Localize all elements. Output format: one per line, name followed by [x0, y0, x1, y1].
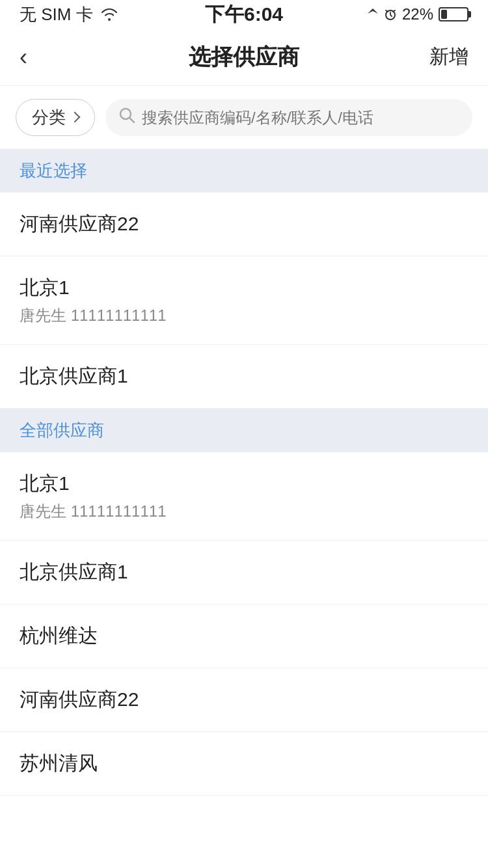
- search-box[interactable]: [105, 99, 472, 136]
- list-item-a3[interactable]: 杭州维达: [0, 604, 488, 668]
- search-input[interactable]: [142, 109, 459, 127]
- item-contact-r2: 唐先生 11111111111: [20, 305, 468, 326]
- page-title: 选择供应商: [189, 42, 299, 72]
- section-header-all: 全部供应商: [0, 409, 488, 452]
- list-item-a1[interactable]: 北京1唐先生 11111111111: [0, 452, 488, 541]
- list-item-a2[interactable]: 北京供应商1: [0, 541, 488, 604]
- item-name-a4: 河南供应商22: [20, 686, 468, 713]
- nav-bar: ‹ 选择供应商 新增: [0, 29, 488, 86]
- no-sim-label: 无 SIM 卡: [20, 3, 93, 26]
- alarm-icon: [384, 8, 397, 21]
- item-name-a2: 北京供应商1: [20, 559, 468, 586]
- item-name-r1: 河南供应商22: [20, 211, 468, 237]
- section-header-recent: 最近选择: [0, 149, 488, 193]
- item-name-a1: 北京1: [20, 470, 468, 497]
- list-item-a5[interactable]: 苏州清风: [0, 732, 488, 796]
- battery-percentage: 22%: [402, 5, 433, 23]
- battery-icon: [439, 7, 468, 21]
- list-item-a4[interactable]: 河南供应商22: [0, 668, 488, 732]
- wifi-icon: [100, 7, 119, 21]
- add-button[interactable]: 新增: [429, 44, 468, 70]
- status-time: 下午6:04: [205, 1, 283, 28]
- status-bar: 无 SIM 卡 下午6:04 22%: [0, 0, 488, 29]
- filter-bar: 分类: [0, 86, 488, 149]
- item-name-r2: 北京1: [20, 275, 468, 301]
- item-name-r3: 北京供应商1: [20, 363, 468, 390]
- category-button[interactable]: 分类: [16, 99, 95, 136]
- list-item-r1[interactable]: 河南供应商22: [0, 193, 488, 256]
- list-container: 最近选择河南供应商22北京1唐先生 11111111111北京供应商1全部供应商…: [0, 149, 488, 796]
- status-right: 22%: [367, 5, 468, 23]
- section-header-text-all: 全部供应商: [20, 420, 104, 440]
- item-name-a3: 杭州维达: [20, 623, 468, 649]
- list-item-r2[interactable]: 北京1唐先生 11111111111: [0, 256, 488, 345]
- back-button[interactable]: ‹: [20, 44, 59, 71]
- svg-line-2: [129, 118, 134, 122]
- status-left: 无 SIM 卡: [20, 3, 119, 26]
- section-header-text-recent: 最近选择: [20, 161, 87, 180]
- location-icon: [367, 8, 379, 21]
- item-contact-a1: 唐先生 11111111111: [20, 501, 468, 522]
- item-name-a5: 苏州清风: [20, 750, 468, 777]
- search-icon: [118, 107, 135, 128]
- category-label: 分类: [32, 106, 66, 129]
- chevron-right-icon: [70, 111, 81, 122]
- list-item-r3[interactable]: 北京供应商1: [0, 345, 488, 409]
